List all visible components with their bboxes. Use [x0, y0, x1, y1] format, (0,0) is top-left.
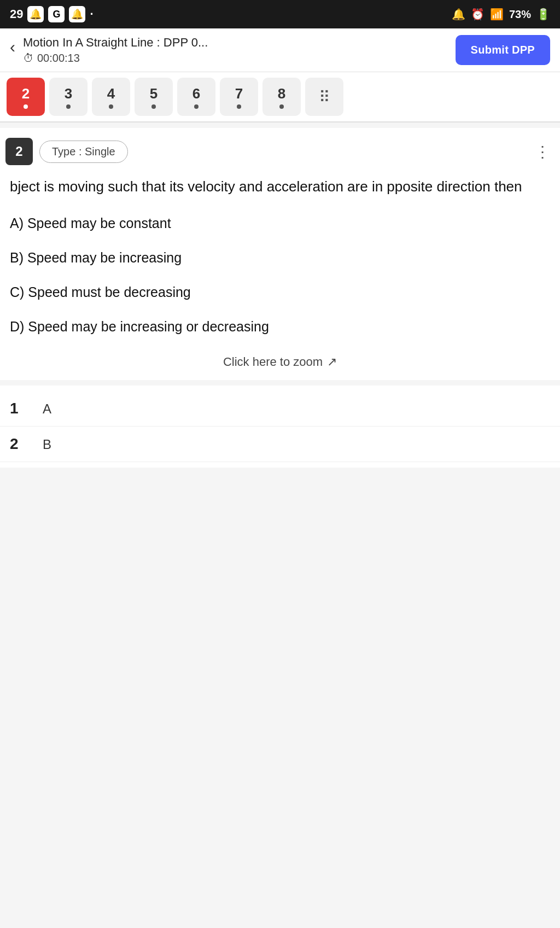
timer-icon: ⏱ — [23, 52, 34, 65]
tab-question-7[interactable]: 7 — [220, 78, 258, 116]
tab-question-4[interactable]: 4 — [92, 78, 130, 116]
g-icon: G — [48, 6, 65, 22]
status-number: 29 — [10, 7, 23, 21]
tab-question-6[interactable]: 6 — [177, 78, 215, 116]
status-left: 29 🔔 G 🔔 · — [10, 6, 94, 22]
tab-label: 5 — [150, 85, 158, 102]
top-nav: ‹ Motion In A Straight Line : DPP 0... ⏱… — [0, 28, 560, 72]
tab-label: 8 — [278, 85, 285, 102]
notification-icon: 🔔 — [27, 6, 44, 22]
answer-letter-1: A — [37, 401, 51, 417]
tab-label: 4 — [107, 85, 115, 102]
zoom-icon: ↗ — [327, 355, 337, 369]
battery-level: 73% — [509, 8, 531, 21]
tab-label: 7 — [235, 85, 243, 102]
answer-number-1: 1 — [10, 400, 37, 417]
answer-letter-2: B — [37, 437, 51, 452]
option-b-text: B) Speed may be increasing — [10, 248, 182, 267]
status-right: 🔔 ⏰ 📶 73% 🔋 — [452, 8, 550, 21]
tab-question-3[interactable]: 3 — [49, 78, 88, 116]
tab-dot — [151, 104, 156, 109]
tab-dot — [24, 104, 28, 109]
question-number-badge: 2 — [5, 138, 33, 165]
all-questions-grid-button[interactable]: ⠿ — [305, 78, 343, 116]
tab-dot — [109, 104, 113, 109]
alarm-icon: 🔔 — [452, 8, 465, 21]
tab-question-5[interactable]: 5 — [135, 78, 173, 116]
nav-left: ‹ Motion In A Straight Line : DPP 0... ⏱… — [10, 36, 208, 65]
tab-dot — [194, 104, 199, 109]
option-d[interactable]: D) Speed may be increasing or decreasing — [0, 310, 560, 344]
wifi-icon: 📶 — [490, 8, 504, 21]
tab-label: 6 — [192, 85, 200, 102]
option-b[interactable]: B) Speed may be increasing — [0, 241, 560, 275]
option-a[interactable]: A) Speed may be constant — [0, 206, 560, 241]
tab-question-8[interactable]: 8 — [262, 78, 301, 116]
tab-dot — [237, 104, 241, 109]
status-bar: 29 🔔 G 🔔 · 🔔 ⏰ 📶 73% 🔋 — [0, 0, 560, 28]
answer-row-1: 1 A — [0, 391, 560, 427]
tab-label: 3 — [65, 85, 72, 102]
option-c[interactable]: C) Speed must be decreasing — [0, 275, 560, 310]
zoom-text: Click here to zoom — [223, 355, 323, 369]
question-header: 2 Type : Single ⋮ — [0, 128, 560, 171]
option-a-text: A) Speed may be constant — [10, 214, 171, 233]
question-type-pill: Type : Single — [39, 141, 128, 163]
zoom-link[interactable]: Click here to zoom ↗ — [0, 344, 560, 380]
option-c-text: C) Speed must be decreasing — [10, 283, 191, 302]
timer-value: 00:00:13 — [37, 52, 80, 65]
nav-title-block: Motion In A Straight Line : DPP 0... ⏱ 0… — [23, 36, 208, 65]
tab-dot — [66, 104, 71, 109]
question-text: bject is moving such that its velocity a… — [0, 171, 560, 206]
nav-title: Motion In A Straight Line : DPP 0... — [23, 36, 208, 50]
answer-section: 1 A 2 B — [0, 386, 560, 468]
tab-dot — [279, 104, 284, 109]
question-section: 2 Type : Single ⋮ bject is moving such t… — [0, 128, 560, 380]
answer-row-2: 2 B — [0, 427, 560, 462]
question-tabs: 2 3 4 5 6 7 8 ⠿ — [0, 72, 560, 122]
battery-icon: 🔋 — [536, 8, 550, 21]
tab-question-2[interactable]: 2 — [7, 78, 45, 116]
nav-timer: ⏱ 00:00:13 — [23, 52, 208, 65]
submit-dpp-button[interactable]: Submit DPP — [456, 35, 550, 65]
app-icon: 🔔 — [69, 6, 85, 22]
dot-separator: · — [90, 7, 93, 21]
clock-icon: ⏰ — [471, 8, 485, 21]
more-options-icon[interactable]: ⋮ — [535, 143, 550, 161]
tab-label: 2 — [22, 85, 30, 102]
option-d-text: D) Speed may be increasing or decreasing — [10, 317, 269, 336]
answer-number-2: 2 — [10, 435, 37, 453]
back-button[interactable]: ‹ — [10, 38, 15, 56]
grid-icon: ⠿ — [319, 88, 330, 106]
